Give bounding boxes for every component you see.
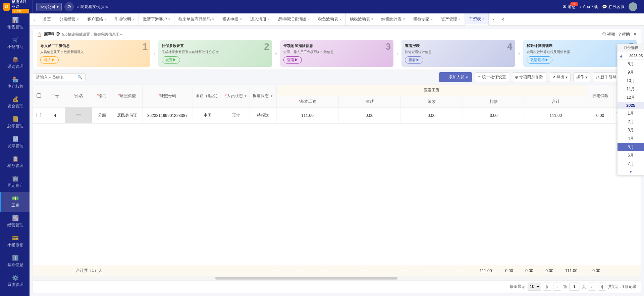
tab-引导说明[interactable]: 引导说明× xyxy=(111,13,139,26)
special-deduction-button[interactable]: ⊕ 专项附加扣除 xyxy=(512,72,546,82)
tab-close-icon[interactable]: × xyxy=(339,17,341,21)
message-button[interactable]: ✉ 消息 99+ xyxy=(563,4,576,10)
month-item-6月[interactable]: 6月 xyxy=(618,151,644,160)
tab-close-icon[interactable]: × xyxy=(371,17,373,21)
export-button[interactable]: ↗ 导出 ▾ xyxy=(549,72,571,82)
month-item-10月[interactable]: 10月 xyxy=(618,77,644,85)
month-item-1月[interactable]: 1月 xyxy=(618,109,644,118)
tab-close-icon[interactable]: × xyxy=(403,17,405,21)
tab-纳税统计表[interactable]: 纳税统计表× xyxy=(377,13,409,26)
row-checkbox[interactable] xyxy=(37,113,41,117)
tab-close-all-button[interactable]: ✕ xyxy=(498,13,507,26)
month-item-5月[interactable]: 5月 xyxy=(618,143,644,151)
tab-分层经营[interactable]: 分层经营× xyxy=(55,13,83,26)
avatar[interactable] xyxy=(629,2,637,11)
add-employee-button[interactable]: ＋ 添加人员 ▾ xyxy=(439,72,472,82)
step-button-2[interactable]: 查看▶ xyxy=(283,56,302,64)
horizontal-scrollbar[interactable] xyxy=(33,276,641,280)
month-item-12月[interactable]: 12月 xyxy=(618,93,644,102)
step-button-0[interactable]: 导入▶ xyxy=(40,56,59,64)
tab-纳税波动表[interactable]: 纳税波动表× xyxy=(346,13,378,26)
tab-prev-button[interactable]: ‹ xyxy=(30,13,39,26)
search-input[interactable] xyxy=(36,75,76,80)
tab-首页[interactable]: 首页 xyxy=(39,13,55,26)
sidebar-item-发票管理[interactable]: 🧾发票管理 xyxy=(0,132,30,152)
sidebar-item-工资[interactable]: 💵工资 xyxy=(0,192,30,212)
month-down-button[interactable]: ▼ xyxy=(629,169,633,174)
tab-close-icon[interactable]: × xyxy=(459,17,461,21)
tab-工资表[interactable]: 工资表× xyxy=(465,13,489,26)
month-item-2025[interactable]: 2025 xyxy=(618,102,644,109)
month-item-11月[interactable]: 11月 xyxy=(618,85,644,93)
demo-button[interactable]: ○ 我要看实例演示 xyxy=(76,4,108,10)
month-item-9月[interactable]: 9月 xyxy=(618,68,644,77)
sidebar-item-基础信息[interactable]: ℹ️基础信息 xyxy=(0,251,30,271)
tab-进入清册[interactable]: 进入清册× xyxy=(246,13,274,26)
month-item-4月[interactable]: 4月 xyxy=(618,134,644,143)
next-page-button[interactable]: › xyxy=(588,283,596,291)
sidebar-item-小畅报销[interactable]: 💳小畅报销 xyxy=(0,231,30,251)
month-item-8月[interactable]: 8月 xyxy=(618,60,644,68)
scroll-thumb[interactable] xyxy=(215,277,398,280)
tab-close-icon[interactable]: × xyxy=(240,17,242,21)
guide-help-button[interactable]: ? 帮助 xyxy=(619,32,630,37)
social-security-button[interactable]: ⟳ 统一社保设置 xyxy=(475,72,509,82)
sidebar-item-系统管理[interactable]: ⚙️系统管理 xyxy=(0,271,30,291)
tab-邀请下游客户[interactable]: 邀请下游客户× xyxy=(139,13,175,26)
guide-close-button[interactable]: ✕ xyxy=(633,32,637,37)
tab-close-icon[interactable]: × xyxy=(77,17,79,21)
step-button-1[interactable]: 设置▶ xyxy=(162,56,180,64)
page-size-select[interactable]: 10 20 50 xyxy=(528,283,541,291)
tab-税负波动表[interactable]: 税负波动表× xyxy=(314,13,346,26)
tab-close-icon[interactable]: × xyxy=(105,17,107,21)
tab-税务申报[interactable]: 税务申报× xyxy=(218,13,246,26)
month-item-3月[interactable]: 3月 xyxy=(618,126,644,134)
prev-page-button[interactable]: ‹ xyxy=(553,283,561,291)
settings-button[interactable]: ⚙ xyxy=(64,2,74,11)
app-download-button[interactable]: ↓ App下载 xyxy=(580,4,598,10)
tab-close-icon[interactable]: × xyxy=(268,17,270,21)
tab-close-icon[interactable]: × xyxy=(132,17,135,21)
tab-close-icon[interactable]: × xyxy=(308,17,310,21)
tab-close-icon[interactable]: × xyxy=(431,17,433,21)
cell-status: 正常 xyxy=(223,108,250,124)
first-page-button[interactable]: |‹ xyxy=(543,283,551,291)
sidebar-item-库存核算[interactable]: 🏪库存核算 xyxy=(0,73,30,93)
report-filter-icon[interactable]: ▼ xyxy=(270,94,273,98)
sidebar-item-资金管理[interactable]: 💰资金管理 xyxy=(0,93,30,113)
guide-button[interactable]: ◎ 新手引导 xyxy=(593,72,620,82)
tab-close-icon[interactable]: × xyxy=(212,17,214,21)
tab-往来单位商品编码[interactable]: 往来单位商品编码× xyxy=(174,13,218,26)
tab-label: 客户联络 xyxy=(87,16,103,22)
sidebar-item-总账管理[interactable]: 📒总账管理 xyxy=(0,113,30,132)
month-item-7月[interactable]: 7月 xyxy=(618,160,644,168)
tab-客户联络[interactable]: 客户联络× xyxy=(83,13,111,26)
sidebar-item-税务管理[interactable]: 📋税务管理 xyxy=(0,152,30,172)
tab-所得税汇算清缴[interactable]: 所得税汇算清缴× xyxy=(274,13,314,26)
sidebar-item-销售管理[interactable]: 📊销售管理 xyxy=(0,13,30,33)
step-button-4[interactable]: 敬请期待▶ xyxy=(527,56,552,64)
sidebar-item-小畅电商[interactable]: 🛒小畅电商 xyxy=(0,33,30,53)
company-selector[interactable]: 示例公司 ▾ xyxy=(36,3,62,11)
operation-button[interactable]: 操作 ▾ xyxy=(573,72,590,82)
tab-close-icon[interactable]: × xyxy=(482,17,484,21)
last-page-button[interactable]: ›| xyxy=(598,283,606,291)
sidebar-item-固定资产[interactable]: 🏢固定资产 xyxy=(0,172,30,192)
top-right: ✉ 消息 99+ ↓ App下载 💬 在线客服 xyxy=(563,2,641,11)
sidebar-item-企业协同[interactable]: 🤝企业协同 xyxy=(0,291,30,296)
status-filter-icon[interactable]: ▼ xyxy=(244,94,247,98)
sidebar-item-经营管理[interactable]: 📈经营管理 xyxy=(0,212,30,231)
online-service-button[interactable]: 💬 在线客服 xyxy=(602,4,625,10)
page-input[interactable] xyxy=(569,283,580,291)
tab-close-icon[interactable]: × xyxy=(168,17,170,21)
month-up-button[interactable]: ▲ xyxy=(619,53,624,58)
sidebar-item-采购管理[interactable]: 📦采购管理 xyxy=(0,53,30,73)
select-all-checkbox[interactable] xyxy=(37,93,41,98)
step-button-3[interactable]: 查看▶ xyxy=(405,56,423,64)
guide-video-button[interactable]: ◎ 视频 xyxy=(602,32,615,37)
tab-next-button[interactable]: › xyxy=(489,13,498,26)
month-item-2月[interactable]: 2月 xyxy=(618,118,644,126)
sidebar-icon: 💵 xyxy=(12,195,19,202)
tab-税检专家[interactable]: 税检专家× xyxy=(409,13,437,26)
tab-资产管理[interactable]: 资产管理× xyxy=(437,13,465,26)
